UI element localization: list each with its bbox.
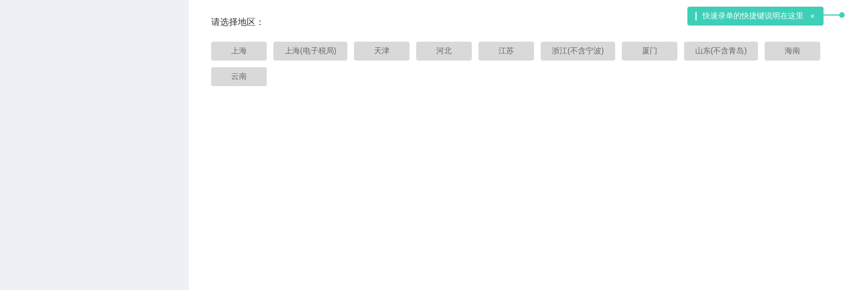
region-button-hainan[interactable]: 海南: [765, 42, 820, 61]
tooltip-line: [822, 14, 839, 16]
region-button-tianjin[interactable]: 天津: [354, 42, 410, 61]
region-button-hebei[interactable]: 河北: [416, 42, 472, 61]
region-button-shanghai-etax[interactable]: 上海(电子税局): [273, 42, 347, 61]
tooltip-text: 快速录单的快捷键说明在这里: [702, 11, 804, 21]
tooltip-close-button[interactable]: ×: [809, 12, 816, 21]
region-button-shanghai[interactable]: 上海: [211, 42, 267, 61]
region-button-xiamen[interactable]: 厦门: [622, 42, 677, 61]
region-button-jiangsu[interactable]: 江苏: [478, 42, 534, 61]
sidebar: [0, 0, 189, 290]
tooltip-dot: [839, 12, 845, 18]
tooltip-banner: 快速录单的快捷键说明在这里 ×: [687, 7, 824, 26]
region-buttons: 上海上海(电子税局)天津河北江苏浙江(不含宁波)厦门山东(不含青岛)海南云南: [211, 42, 846, 86]
region-button-yunnan[interactable]: 云南: [211, 67, 267, 86]
main-content: 请选择地区： 上海上海(电子税局)天津河北江苏浙江(不含宁波)厦门山东(不含青岛…: [189, 0, 868, 290]
tooltip-bar: [695, 12, 697, 21]
region-button-zhejiang[interactable]: 浙江(不含宁波): [541, 42, 615, 61]
region-button-shandong[interactable]: 山东(不含青岛): [684, 42, 758, 61]
